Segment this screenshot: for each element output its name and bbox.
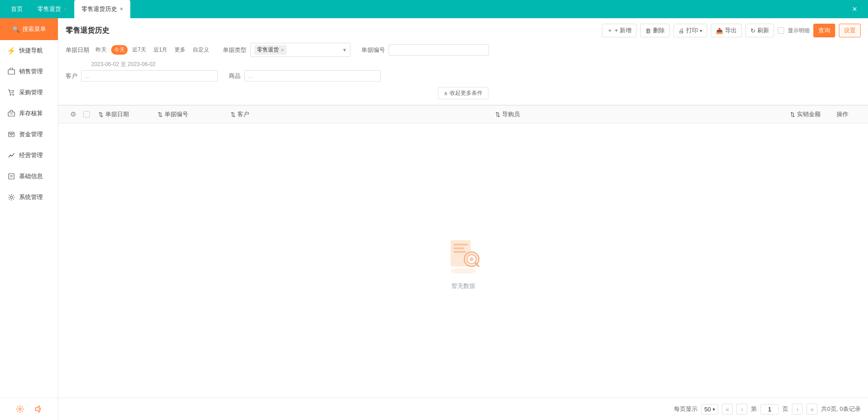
svg-rect-18 [453, 251, 466, 253]
sidebar-item-finance[interactable]: 资金管理 [0, 124, 58, 145]
date-range-display: 2023-06-02 至 2023-06-02 [66, 61, 861, 68]
tab-home[interactable]: 首页 [4, 0, 30, 18]
delete-button[interactable]: 🗑 删除 [640, 24, 670, 37]
date-btn-yesterday[interactable]: 昨天 [93, 45, 109, 55]
settings-bottom-icon[interactable] [15, 404, 26, 415]
delete-icon: 🗑 [645, 27, 651, 34]
tab-retail-return-close[interactable]: × [64, 6, 67, 12]
tab-retail-return-history[interactable]: 零售退货历史 × [74, 0, 130, 18]
sidebar-item-operations[interactable]: 经营管理 [0, 145, 58, 166]
sidebar-search[interactable]: 🔍 搜索菜单 [0, 18, 58, 40]
quick-nav-icon: ⚡ [7, 46, 15, 55]
filter-row-1: 单据日期 昨天 今天 近7天 近1月 更多 自定义 单据类型 [66, 43, 861, 57]
date-btn-custom[interactable]: 自定义 [190, 45, 212, 55]
tab-retail-return-label: 零售退货 [37, 5, 61, 13]
date-btn-more[interactable]: 更多 [172, 45, 188, 55]
table-header: ⚙ ⇅ 单据日期 ⇅ 单据编号 ⇅ 客户 ⇅ [58, 105, 868, 123]
th-date-sort-icon: ⇅ [98, 111, 103, 118]
empty-text: 暂无数据 [452, 282, 475, 290]
basic-info-icon [7, 172, 15, 180]
sidebar-item-purchase[interactable]: 采购管理 [0, 82, 58, 103]
settings-button[interactable]: 设置 [839, 24, 861, 37]
customer-input[interactable]: ... [81, 70, 218, 82]
th-date: ⇅ 单据日期 [95, 110, 154, 118]
page-last-btn[interactable]: » [806, 404, 817, 415]
date-range-text: 2023-06-02 至 2023-06-02 [91, 61, 155, 67]
svg-point-6 [10, 133, 12, 135]
svg-marker-13 [36, 406, 39, 412]
date-btn-today[interactable]: 今天 [111, 45, 128, 55]
sidebar-item-quick-nav[interactable]: ⚡ 快捷导航 [0, 40, 58, 61]
finance-icon [7, 130, 15, 138]
new-label: + 新增 [615, 26, 632, 35]
sidebar-item-system[interactable]: 系统管理 [0, 187, 58, 208]
empty-icon [441, 231, 486, 277]
svg-rect-8 [9, 174, 14, 179]
page-prev-btn[interactable]: ‹ [736, 404, 747, 415]
doctype-tag-close[interactable]: × [281, 47, 284, 53]
query-label: 查询 [818, 26, 830, 35]
page-number-input[interactable] [760, 404, 779, 415]
print-label: 打印 [686, 26, 698, 35]
sidebar-item-basic-info[interactable]: 基础信息 [0, 166, 58, 187]
export-icon: 📤 [716, 27, 723, 34]
th-amount: ⇅ 实销金额 [560, 110, 825, 118]
doctype-select[interactable]: 零售退货 × ▾ [250, 43, 350, 57]
tab-retail-return-history-close[interactable]: × [120, 6, 123, 12]
sidebar-item-inventory[interactable]: 库存核算 [0, 103, 58, 124]
th-checkbox[interactable] [80, 111, 95, 118]
doctype-tag-label: 零售退货 [257, 46, 279, 54]
display-detail-checkbox-label[interactable]: 显示明细 [778, 27, 810, 35]
new-button[interactable]: ＋ + 新增 [602, 24, 637, 37]
select-all-checkbox[interactable] [83, 111, 90, 118]
th-amount-sort-icon: ⇅ [790, 111, 795, 118]
display-detail-checkbox[interactable] [778, 27, 784, 34]
doctype-select-arrow: ▾ [339, 46, 346, 53]
top-bar-right: × [848, 5, 868, 14]
settings-label: 设置 [844, 26, 856, 35]
svg-rect-17 [453, 247, 464, 249]
collapse-button[interactable]: ∧ 收起更多条件 [438, 87, 488, 99]
refresh-button[interactable]: ↻ 刷新 [745, 24, 774, 37]
goods-input[interactable]: ... [244, 70, 381, 82]
table-settings-icon[interactable]: ⚙ [70, 110, 76, 118]
sidebar-item-label-sales: 销售管理 [19, 67, 43, 76]
page-size-select[interactable]: 50 ▾ [701, 404, 718, 415]
query-button[interactable]: 查询 [813, 24, 835, 37]
export-button[interactable]: 📤 导出 [711, 24, 742, 37]
page-first-btn[interactable]: « [722, 404, 733, 415]
th-date-label: 单据日期 [105, 110, 129, 118]
sidebar-item-label-inventory: 库存核算 [19, 109, 43, 118]
th-guide-label: 导购员 [502, 110, 520, 118]
sidebar-item-label-purchase: 采购管理 [19, 88, 43, 97]
page-label-suffix: 页 [782, 405, 788, 413]
window-close-button[interactable]: × [848, 5, 861, 14]
goods-filter-group: 商品 ... [229, 70, 381, 82]
th-settings[interactable]: ⚙ [66, 110, 80, 118]
date-btn-7days[interactable]: 近7天 [129, 45, 149, 55]
docnum-input[interactable] [389, 44, 489, 56]
customer-filter-label: 客户 [66, 72, 77, 80]
svg-point-11 [10, 196, 13, 199]
operations-icon [7, 151, 15, 159]
print-button[interactable]: 🖨 打印 ▾ [673, 24, 707, 37]
display-detail-label: 显示明细 [788, 27, 810, 35]
collapse-label: 收起更多条件 [450, 89, 483, 97]
page-size-label: 每页显示 [674, 405, 698, 413]
date-btn-1month[interactable]: 近1月 [151, 45, 170, 55]
sidebar-item-sales[interactable]: 销售管理 [0, 61, 58, 82]
volume-bottom-icon[interactable] [33, 404, 44, 415]
th-customer-label: 客户 [237, 110, 249, 118]
th-guide-sort-icon: ⇅ [495, 111, 500, 118]
sidebar-bottom [0, 398, 58, 420]
filter-area: 单据日期 昨天 今天 近7天 近1月 更多 自定义 单据类型 [66, 43, 861, 105]
th-num-sort-icon: ⇅ [158, 111, 163, 118]
page-size-arrow: ▾ [713, 407, 715, 412]
page-header: 零售退货历史 ＋ + 新增 🗑 删除 🖨 打印 ▾ [58, 18, 868, 105]
pagination: 每页显示 50 ▾ « ‹ 第 页 › » 共0页, 0条记录 [58, 398, 868, 420]
goods-placeholder: ... [248, 72, 253, 79]
th-num-label: 单据编号 [164, 110, 188, 118]
svg-point-2 [13, 94, 14, 95]
tab-retail-return[interactable]: 零售退货 × [30, 0, 74, 18]
page-next-btn[interactable]: › [792, 404, 803, 415]
